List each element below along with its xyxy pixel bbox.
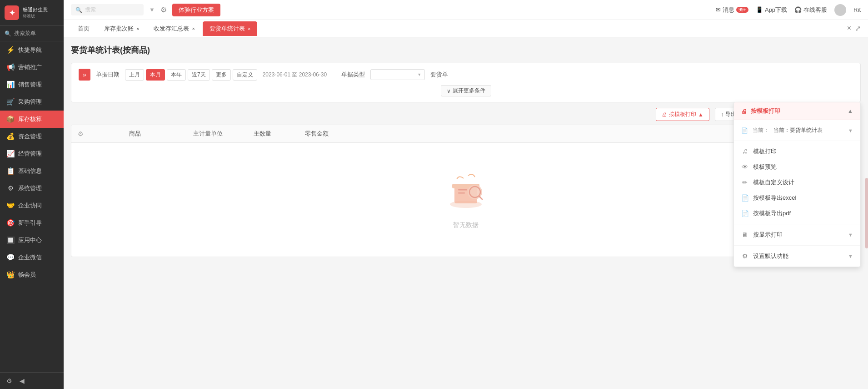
tab-receipt-summary[interactable]: 收发存汇总表 ×: [147, 21, 201, 36]
basic-icon: 📋: [6, 167, 15, 175]
dropdown-collapse-icon[interactable]: ▲: [848, 108, 853, 114]
dropdown-item-template-design[interactable]: ✏ 模板自定义设计: [734, 175, 860, 190]
window-maximize-btn[interactable]: ⤢: [855, 24, 861, 33]
topbar-settings-icon[interactable]: ⚙: [160, 5, 167, 14]
svg-line-5: [479, 196, 482, 199]
order-type-tag: 要货单: [430, 71, 448, 79]
dropdown-item-template-preview[interactable]: 👁 模板预览: [734, 159, 860, 175]
svg-rect-7: [458, 192, 465, 194]
th-qty-label: 主数量: [254, 130, 271, 137]
sidebar-label-wecom: 企业微信: [18, 253, 42, 262]
sidebar-item-inventory[interactable]: 📦 库存核算: [0, 111, 64, 128]
message-btn[interactable]: ✉ 消息 99+: [716, 6, 748, 14]
display-print-icon: 🖥: [741, 231, 748, 238]
empty-text: 暂无数据: [453, 221, 479, 229]
sidebar-label-finance: 资金管理: [18, 132, 42, 141]
online-service-btn[interactable]: 🎧 在线客服: [794, 6, 827, 14]
current-template-icon: 📄: [741, 127, 748, 134]
dropdown-item-set-default[interactable]: ⚙ 设置默认功能 ▼: [734, 248, 860, 264]
set-default-label: 设置默认功能: [753, 252, 788, 260]
user-avatar[interactable]: [834, 4, 846, 16]
template-print-label: 模板打印: [753, 147, 777, 156]
th-settings[interactable]: ⚙: [71, 130, 90, 137]
sidebar-item-member[interactable]: 👑 畅会员: [0, 266, 64, 283]
date-btn-this-year[interactable]: 本年: [167, 69, 186, 81]
tab-home[interactable]: 首页: [71, 21, 96, 36]
operations-icon: 📈: [6, 150, 15, 158]
tab-order-stats[interactable]: 要货单统计表 ×: [203, 21, 257, 36]
topbar-search-icon: 🔍: [75, 7, 82, 13]
wecom-icon: 💬: [6, 253, 15, 262]
logo-icon: ✦: [5, 5, 19, 20]
tab-order-stats-label: 要货单统计表: [210, 25, 245, 33]
sidebar-label-apps: 应用中心: [18, 236, 42, 244]
tab-order-stats-close[interactable]: ×: [248, 26, 250, 31]
sidebar-item-system[interactable]: ⚙ 系统管理: [0, 180, 64, 197]
date-btn-more[interactable]: 更多: [212, 69, 231, 81]
resize-handle[interactable]: [865, 178, 868, 248]
expand-more-btn[interactable]: ∨ 展开更多条件: [441, 85, 491, 96]
topbar-search[interactable]: 🔍 搜索: [71, 4, 144, 15]
sidebar-item-basic[interactable]: 📋 基础信息: [0, 162, 64, 180]
finance-icon: 💰: [6, 132, 15, 141]
sidebar-search[interactable]: 🔍 搜索菜单: [0, 26, 64, 41]
sidebar-item-apps[interactable]: 🔲 应用中心: [0, 232, 64, 249]
sidebar-label-guide: 新手引导: [18, 219, 42, 227]
dropdown-controls: ▲: [848, 108, 853, 114]
footer-settings-icon[interactable]: ⚙: [6, 377, 12, 384]
sidebar-item-marketing[interactable]: 📢 营销推广: [0, 59, 64, 76]
sidebar-item-shortcut[interactable]: ⚡ 快捷导航: [0, 41, 64, 59]
tab-inventory-batch[interactable]: 库存批次账 ×: [97, 21, 146, 36]
date-btn-7days[interactable]: 近7天: [188, 69, 210, 81]
th-unit-label: 主计量单位: [193, 130, 223, 137]
current-label: 当前：: [753, 126, 769, 134]
search-label: 搜索菜单: [14, 30, 36, 37]
dropdown-item-export-excel[interactable]: 📄 按模板导出excel: [734, 190, 860, 206]
app-logo[interactable]: ✦ 畅通好生意 标准版: [0, 0, 64, 26]
sidebar-item-sales[interactable]: 📊 销售管理: [0, 76, 64, 93]
date-btn-prev-month[interactable]: 上月: [125, 69, 144, 81]
window-close-btn[interactable]: ×: [847, 24, 851, 33]
sidebar-item-purchase[interactable]: 🛒 采购管理: [0, 93, 64, 111]
display-print-label: 按显示打印: [753, 231, 783, 239]
page-content: 要货单统计表(按商品) » 单据日期 上月 本月 本年 近7天 更多 自定义 2…: [64, 37, 868, 389]
dropdown-item-display-print[interactable]: 🖥 按显示打印 ▼: [734, 227, 860, 242]
filter-expand-btn[interactable]: »: [79, 69, 90, 81]
sidebar-label-purchase: 采购管理: [18, 98, 42, 106]
sidebar-label-operations: 经营管理: [18, 150, 42, 158]
empty-icon: [443, 170, 489, 216]
trial-btn[interactable]: 体验行业方案: [172, 4, 220, 16]
date-buttons: 上月 本月 本年 近7天 更多 自定义: [125, 69, 257, 81]
topbar-dropdown-icon[interactable]: ▼: [149, 6, 155, 13]
date-btn-this-month[interactable]: 本月: [146, 69, 165, 81]
sidebar-item-wecom[interactable]: 💬 企业微信: [0, 249, 64, 266]
date-btn-custom[interactable]: 自定义: [233, 69, 257, 81]
sidebar-item-guide[interactable]: 🎯 新手引导: [0, 214, 64, 232]
set-default-icon: ⚙: [741, 253, 748, 260]
topbar-actions: ✉ 消息 99+ 📱 App下载 🎧 在线客服 Rit: [716, 4, 861, 16]
print-btn[interactable]: 🖨 按模板打印 ▲: [656, 108, 709, 121]
type-select[interactable]: [370, 69, 425, 80]
window-controls: × ⤢: [847, 24, 861, 33]
sidebar-nav: ⚡ 快捷导航 📢 营销推广 📊 销售管理 🛒 采购管理 📦 库存核算 💰 资金管…: [0, 41, 64, 372]
print-label: 按模板打印: [669, 111, 696, 118]
dropdown-current-item[interactable]: 📄 当前： 当前：要货单统计表 ▼: [734, 123, 860, 138]
sidebar-item-finance[interactable]: 💰 资金管理: [0, 128, 64, 145]
user-name[interactable]: Rit: [853, 6, 861, 13]
dropdown-item-export-pdf[interactable]: 📄 按模板导出pdf: [734, 206, 860, 221]
tab-receipt-summary-close[interactable]: ×: [192, 26, 195, 31]
dropdown-item-template-print[interactable]: 🖨 模板打印: [734, 144, 860, 159]
tab-inventory-batch-close[interactable]: ×: [136, 26, 139, 31]
app-download-btn[interactable]: 📱 App下载: [756, 6, 787, 14]
footer-collapse-icon[interactable]: ◀: [20, 377, 25, 384]
type-filter-label: 单据类型: [341, 71, 365, 79]
table-settings-icon[interactable]: ⚙: [78, 130, 84, 137]
sidebar-label-inventory: 库存核算: [18, 115, 42, 123]
sidebar-item-operations[interactable]: 📈 经营管理: [0, 145, 64, 162]
template-preview-label: 模板预览: [753, 163, 777, 171]
th-amount: 零售金额: [289, 130, 344, 138]
sidebar-item-collab[interactable]: 🤝 企业协同: [0, 197, 64, 214]
tab-home-label: 首页: [78, 25, 90, 33]
expand-more-icon: ∨: [447, 88, 451, 94]
member-icon: 👑: [6, 271, 15, 279]
